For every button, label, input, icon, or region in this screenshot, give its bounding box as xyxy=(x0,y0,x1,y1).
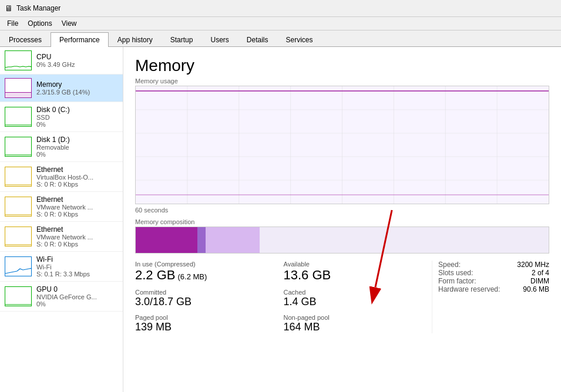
paged-label: Paged pool xyxy=(135,314,272,321)
chart-time-label: 60 seconds xyxy=(135,207,549,214)
nonpaged-value: 164 MB xyxy=(284,321,421,333)
memory-composition-bar xyxy=(135,227,549,254)
in-use-label: In use (Compressed) xyxy=(135,261,272,268)
sidebar-item-disk0[interactable]: Disk 0 (C:) SSD 0% xyxy=(0,102,123,132)
memory-name: Memory xyxy=(36,80,118,89)
slots-value: 2 of 4 xyxy=(532,269,549,277)
disk0-stat: 0% xyxy=(36,121,118,128)
eth2-thumbnail xyxy=(5,197,32,217)
stat-cached: Cached 1.4 GB xyxy=(284,289,421,308)
stat-nonpaged: Non-paged pool 164 MB xyxy=(284,314,421,333)
eth1-sub: VirtualBox Host-O... xyxy=(36,174,118,181)
sidebar-item-cpu[interactable]: CPU 0% 3.49 GHz xyxy=(0,47,123,75)
tab-startup[interactable]: Startup xyxy=(162,32,202,47)
main-layout: CPU 0% 3.49 GHz Memory 2.3/15.9 GB (14%) xyxy=(0,47,561,392)
stat-available: Available 13.6 GB xyxy=(284,261,421,283)
wifi-sub: Wi-Fi xyxy=(36,263,118,271)
wifi-thumbnail xyxy=(5,256,32,276)
tab-processes[interactable]: Processes xyxy=(0,32,51,47)
available-value: 13.6 GB xyxy=(284,268,421,283)
eth3-stat: S: 0 R: 0 Kbps xyxy=(36,241,118,248)
tab-apphistory[interactable]: App history xyxy=(109,32,162,47)
form-row: Form factor: DIMM xyxy=(438,277,549,285)
menu-options[interactable]: Options xyxy=(23,18,56,29)
form-label: Form factor: xyxy=(438,277,476,285)
chart-area xyxy=(136,86,549,204)
sidebar-item-eth2[interactable]: Ethernet VMware Network ... S: 0 R: 0 Kb… xyxy=(0,192,123,222)
right-stats: Speed: 3200 MHz Slots used: 2 of 4 Form … xyxy=(432,261,549,333)
cached-label: Cached xyxy=(284,289,421,296)
menu-view[interactable]: View xyxy=(57,18,82,29)
gpu0-thumbnail xyxy=(5,286,32,306)
stat-paged: Paged pool 139 MB xyxy=(135,314,272,333)
tab-details[interactable]: Details xyxy=(238,32,277,47)
memory-stat: 2.3/15.9 GB (14%) xyxy=(36,89,118,96)
sidebar-item-memory[interactable]: Memory 2.3/15.9 GB (14%) xyxy=(0,75,123,102)
memory-thumbnail xyxy=(5,78,32,98)
app-icon: 🖥 xyxy=(5,4,13,13)
cpu-info: CPU 0% 3.49 GHz xyxy=(36,53,118,68)
slots-label: Slots used: xyxy=(438,269,473,277)
content-area: Memory Memory usage xyxy=(123,47,561,392)
memory-usage-chart xyxy=(135,86,549,204)
app-title: Task Manager xyxy=(16,4,61,12)
hw-value: 90.6 MB xyxy=(523,285,549,293)
eth3-sub: VMware Network ... xyxy=(36,234,118,241)
cached-value: 1.4 GB xyxy=(284,296,421,308)
eth1-name: Ethernet xyxy=(36,165,118,174)
eth1-info: Ethernet VirtualBox Host-O... S: 0 R: 0 … xyxy=(36,165,118,188)
stats-section: In use (Compressed) 2.2 GB (6.2 MB) Avai… xyxy=(135,261,549,333)
committed-value: 3.0/18.7 GB xyxy=(135,296,272,308)
stat-in-use: In use (Compressed) 2.2 GB (6.2 MB) xyxy=(135,261,272,283)
disk0-info: Disk 0 (C:) SSD 0% xyxy=(36,106,118,128)
cpu-name: CPU xyxy=(36,53,118,61)
comp-in-use xyxy=(136,227,197,253)
wifi-name: Wi-Fi xyxy=(36,255,118,263)
form-value: DIMM xyxy=(530,277,549,285)
disk1-thumbnail xyxy=(5,137,32,157)
tab-services[interactable]: Services xyxy=(277,32,322,47)
menu-file[interactable]: File xyxy=(2,18,23,29)
sidebar-item-disk1[interactable]: Disk 1 (D:) Removable 0% xyxy=(0,132,123,162)
tab-bar: Processes Performance App history Startu… xyxy=(0,31,561,47)
committed-label: Committed xyxy=(135,289,272,296)
speed-row: Speed: 3200 MHz xyxy=(438,261,549,269)
gpu0-stat: 0% xyxy=(36,300,118,307)
sidebar-item-eth1[interactable]: Ethernet VirtualBox Host-O... S: 0 R: 0 … xyxy=(0,162,123,192)
cpu-thumbnail xyxy=(5,50,32,70)
eth2-stat: S: 0 R: 0 Kbps xyxy=(36,211,118,218)
comp-modified xyxy=(197,227,206,253)
available-label: Available xyxy=(284,261,421,268)
stats-grid: In use (Compressed) 2.2 GB (6.2 MB) Avai… xyxy=(135,261,420,333)
disk0-sub: SSD xyxy=(36,114,118,121)
hw-label: Hardware reserved: xyxy=(438,285,500,293)
comp-standby xyxy=(206,227,259,253)
disk0-name: Disk 0 (C:) xyxy=(36,106,118,114)
in-use-value: 2.2 GB xyxy=(135,268,175,283)
tab-performance[interactable]: Performance xyxy=(51,32,109,47)
sidebar-item-eth3[interactable]: Ethernet VMware Network ... S: 0 R: 0 Kb… xyxy=(0,222,123,252)
chart-usage-label: Memory usage xyxy=(135,77,549,85)
disk0-thumbnail xyxy=(5,107,32,127)
sidebar-item-wifi[interactable]: Wi-Fi Wi-Fi S: 0.1 R: 3.3 Mbps xyxy=(0,252,123,282)
nonpaged-label: Non-paged pool xyxy=(284,314,421,321)
eth3-name: Ethernet xyxy=(36,225,118,234)
wifi-info: Wi-Fi Wi-Fi S: 0.1 R: 3.3 Mbps xyxy=(36,255,118,278)
slots-row: Slots used: 2 of 4 xyxy=(438,269,549,277)
gpu0-info: GPU 0 NVIDIA GeForce G... 0% xyxy=(36,285,118,307)
disk1-stat: 0% xyxy=(36,151,118,158)
in-use-sub: (6.2 MB) xyxy=(177,272,207,281)
eth1-stat: S: 0 R: 0 Kbps xyxy=(36,181,118,188)
eth2-sub: VMware Network ... xyxy=(36,204,118,211)
hw-reserved-row: Hardware reserved: 90.6 MB xyxy=(438,285,549,293)
stat-committed: Committed 3.0/18.7 GB xyxy=(135,289,272,308)
menu-bar: File Options View xyxy=(0,17,561,31)
sidebar: CPU 0% 3.49 GHz Memory 2.3/15.9 GB (14%) xyxy=(0,47,123,392)
wifi-stat: S: 0.1 R: 3.3 Mbps xyxy=(36,271,118,278)
sidebar-item-gpu0[interactable]: GPU 0 NVIDIA GeForce G... 0% xyxy=(0,282,123,312)
disk1-sub: Removable xyxy=(36,144,118,151)
tab-users[interactable]: Users xyxy=(201,32,237,47)
eth3-thumbnail xyxy=(5,227,32,246)
paged-value: 139 MB xyxy=(135,321,272,333)
comp-free xyxy=(260,227,549,253)
